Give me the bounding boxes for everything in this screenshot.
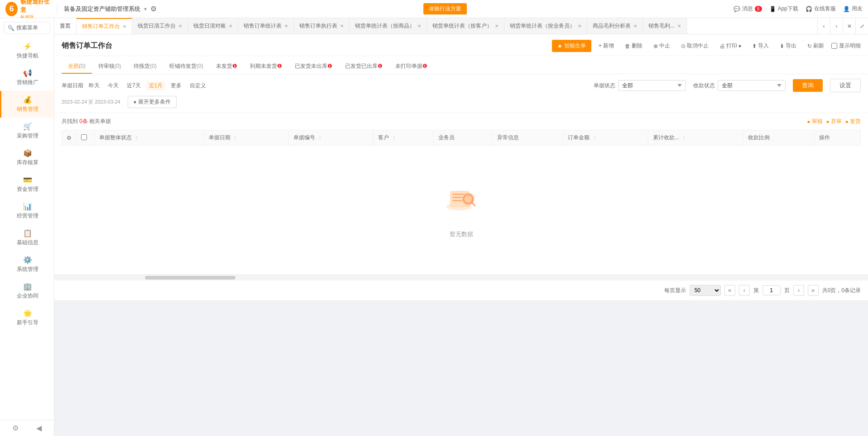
tab-fullscreen-button[interactable]: ⤢ (855, 18, 868, 34)
status-filter-select[interactable]: 全部 审核中 已审核 (618, 80, 686, 91)
col-customer[interactable]: 客户 ↕ (374, 130, 434, 146)
review-action-btn[interactable]: ● 审核 (807, 118, 822, 125)
scroll-bar[interactable] (54, 275, 868, 280)
sidebar-item-quick-nav[interactable]: ⚡ 快捷导航 (0, 38, 54, 64)
sub-tab-wangpu[interactable]: 旺铺待发货(0) (163, 60, 210, 74)
online-service-button[interactable]: 🎧 在线客服 (806, 5, 836, 13)
sub-tab-all[interactable]: 全部(0) (62, 60, 92, 74)
sidebar-item-sales[interactable]: 💰 销售管理 (0, 91, 54, 118)
tab-home[interactable]: 首页 (54, 18, 77, 34)
tab-close-money-daily[interactable]: ✕ (178, 24, 182, 28)
tab-next-button[interactable]: › (830, 18, 843, 34)
cancel-stop-button[interactable]: ⊙ 取消中止 (677, 40, 712, 52)
first-page-button[interactable]: « (724, 285, 735, 296)
tab-close-sales-profit[interactable]: ✕ (677, 24, 681, 28)
query-button[interactable]: 查询 (793, 79, 823, 92)
tab-close-sales-staff[interactable]: ✕ (578, 24, 581, 28)
search-menu-button[interactable]: 🔍 搜索菜单 (4, 22, 50, 34)
stop-button[interactable]: ⊗ 中止 (650, 40, 674, 52)
sidebar-item-enterprise[interactable]: 🏢 企业协同 (0, 278, 54, 304)
date-more[interactable]: 更多 (168, 81, 184, 90)
tab-close-all-button[interactable]: ✕ (843, 18, 855, 34)
setting-button[interactable]: 设置 (830, 79, 861, 92)
last-page-button[interactable]: » (808, 285, 819, 296)
app-download-button[interactable]: 📱 App下载 (769, 5, 798, 13)
pagination-bar: 每页显示 20 50 100 « ‹ 第 页 › » 共0页，0条记录 (54, 280, 868, 300)
stop-icon: ⊗ (653, 43, 658, 49)
sidebar-item-marketing[interactable]: 📢 营销推广 (0, 64, 54, 91)
col-setting[interactable]: ⚙ (62, 130, 77, 146)
tab-close-sales-workbench[interactable]: ✕ (123, 24, 126, 29)
tab-close-sales-customer[interactable]: ✕ (495, 24, 499, 28)
next-page-button[interactable]: › (793, 285, 804, 296)
sub-tab-overdue[interactable]: 到期未发货❶ (244, 60, 288, 74)
ship-action-btn[interactable]: ● 发货 (845, 118, 861, 125)
new-button[interactable]: + 新增 (595, 40, 618, 52)
service-icon: 🎧 (806, 6, 812, 12)
show-detail-label[interactable]: 显示明细 (831, 42, 861, 50)
tab-sales-stats[interactable]: 销售订单统计表 ✕ (238, 18, 294, 34)
tab-close-sales-exec[interactable]: ✕ (340, 24, 344, 28)
sidebar-item-basic[interactable]: 📋 基础信息 (0, 224, 54, 251)
prev-page-button[interactable]: ‹ (739, 285, 750, 296)
collapse-icon[interactable]: ◀ (36, 424, 42, 432)
sub-tab-unshipped[interactable]: 未发货❶ (210, 60, 244, 74)
tab-sales-customer[interactable]: 销货单统计表（按客户） ✕ (427, 18, 504, 34)
sidebar-item-purchase[interactable]: 🛒 采购管理 (0, 118, 54, 144)
tab-money-daily[interactable]: 钱货日清工作台 ✕ (132, 18, 188, 34)
print-button[interactable]: 🖨 打印 ▾ (716, 40, 745, 52)
col-status[interactable]: 单据整体状态 ↕ (95, 130, 204, 146)
tab-close-sales-product[interactable]: ✕ (417, 24, 421, 28)
tab-prev-button[interactable]: ‹ (817, 18, 830, 34)
tab-close-sales-stats[interactable]: ✕ (284, 24, 288, 28)
settings-bottom-icon[interactable]: ⚙ (12, 424, 19, 432)
col-number[interactable]: 单据编号 ↕ (289, 130, 374, 146)
import-button[interactable]: ⬆ 导入 (748, 40, 772, 52)
tab-close-profit-analysis[interactable]: ✕ (633, 24, 637, 28)
tab-sales-profit[interactable]: 销售毛利... ✕ (643, 18, 687, 34)
settings-icon[interactable]: ⚙ (150, 5, 157, 13)
sidebar-item-capital[interactable]: 💳 资金管理 (0, 171, 54, 198)
user-button[interactable]: 👤 用友 (843, 5, 863, 13)
cancel-review-action-btn[interactable]: ● 弃审 (826, 118, 842, 125)
col-checkbox[interactable] (77, 130, 95, 146)
col-date[interactable]: 单据日期 ↕ (204, 130, 288, 146)
sidebar-item-newbie[interactable]: 🌟 新手引导 (0, 304, 54, 331)
tab-sales-staff[interactable]: 销货单统计表（按业务员） ✕ (504, 18, 587, 34)
smart-create-button[interactable]: ★ 智能生单 (552, 40, 591, 52)
tab-profit-analysis[interactable]: 商品毛利分析表 ✕ (587, 18, 643, 34)
tab-sales-workbench[interactable]: 销售订单工作台 ✕ (77, 18, 132, 34)
tab-close-money-reconcile[interactable]: ✕ (229, 24, 232, 28)
page-input[interactable] (762, 285, 781, 295)
sub-tab-unprinted[interactable]: 未打印单据❶ (389, 60, 434, 74)
dropdown-icon[interactable]: ▾ (144, 6, 147, 12)
trial-button[interactable]: 体验行业方案 (423, 3, 467, 14)
delete-button[interactable]: 🗑 删除 (621, 40, 646, 52)
message-button[interactable]: 💬 消息 6 (734, 5, 762, 13)
date-7days[interactable]: 近7天 (124, 81, 144, 90)
sidebar-item-operations[interactable]: 📊 经营管理 (0, 198, 54, 224)
pay-filter-select[interactable]: 全部 未收款 已收款 (718, 80, 786, 91)
sub-tab-review[interactable]: 待审核(0) (92, 60, 128, 74)
date-1month[interactable]: 近1月 (146, 81, 166, 90)
tab-sales-exec[interactable]: 销售订单执行表 ✕ (294, 18, 350, 34)
page-size-select[interactable]: 20 50 100 (690, 285, 721, 296)
show-detail-checkbox[interactable] (831, 43, 837, 49)
date-today[interactable]: 今天 (105, 81, 121, 90)
select-all-checkbox[interactable] (81, 134, 87, 140)
scroll-thumb[interactable] (145, 276, 235, 280)
col-collected[interactable]: 累计收款... ↕ (648, 130, 743, 146)
tab-money-reconcile[interactable]: 钱货日清对账 ✕ (188, 18, 238, 34)
sub-tab-shipped-out[interactable]: 已发货已出库❶ (339, 60, 389, 74)
sub-tab-shipped-not-out[interactable]: 已发货未出库❶ (288, 60, 339, 74)
date-custom[interactable]: 自定义 (187, 81, 209, 90)
sidebar-item-inventory[interactable]: 📦 库存核算 (0, 144, 54, 171)
tab-sales-product[interactable]: 销货单统计表（按商品） ✕ (350, 18, 427, 34)
refresh-button[interactable]: ↻ 刷新 (804, 40, 828, 52)
col-amount[interactable]: 订单金额 ↕ (563, 130, 648, 146)
expand-more-button[interactable]: ▾ 展开更多条件 (128, 96, 177, 108)
sidebar-item-system[interactable]: ⚙️ 系统管理 (0, 251, 54, 278)
sub-tab-pick[interactable]: 待拣货(0) (127, 60, 163, 74)
export-button[interactable]: ⬇ 导出 (776, 40, 800, 52)
date-yesterday[interactable]: 昨天 (86, 81, 102, 90)
